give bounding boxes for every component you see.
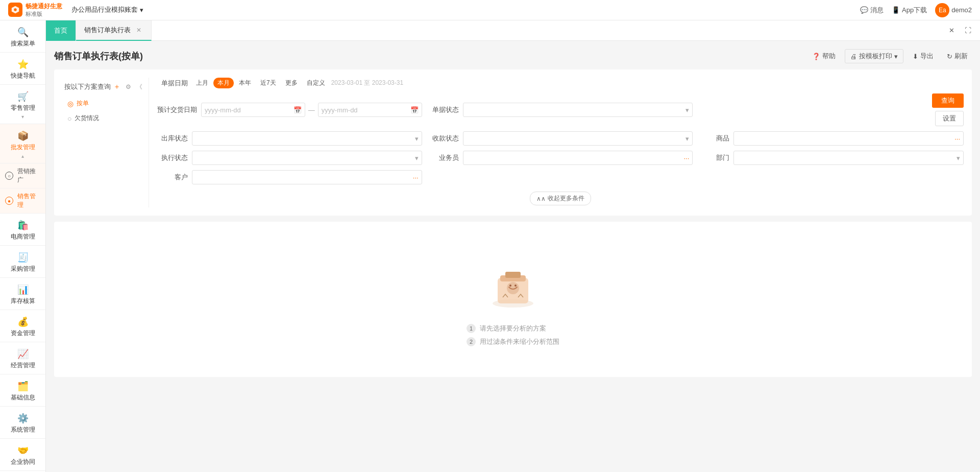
topbar-right: 💬 消息 📱 App下载 Ea demo2: [860, 3, 972, 17]
page-content: 销售订单执行表(按单) ❓ 帮助 🖨 按模板打印 ▾ ⬇ 导出: [46, 41, 980, 472]
payment-status-select[interactable]: ▾: [463, 131, 693, 146]
logo-text: 畅捷通好生意 标准版: [26, 3, 62, 18]
purchase-icon: 🧾: [17, 252, 29, 263]
print-dropdown-icon: ▾: [894, 53, 898, 60]
sidebar-item-inventory[interactable]: 📊 库存核算: [0, 278, 45, 310]
expected-date-end[interactable]: yyyy-mm-dd 📅: [318, 103, 422, 117]
svg-point-6: [509, 285, 511, 287]
export-btn[interactable]: ⬇ 导出: [909, 50, 938, 63]
status-select[interactable]: ▾: [463, 103, 693, 117]
basic-icon: 🗂️: [17, 381, 29, 392]
sidebar-item-basic[interactable]: 🗂️ 基础信息: [0, 374, 45, 407]
dept-field: 部门 ▾: [699, 151, 964, 165]
date-field-label: 单据日期: [157, 79, 188, 88]
message-btn[interactable]: 💬 消息: [860, 6, 884, 15]
expected-date-label: 预计交货日期: [157, 105, 197, 114]
topbar: 畅捷通好生意 标准版 办公用品行业模拟账套 ▾ 💬 消息 📱 App下载 Ea …: [0, 0, 980, 20]
message-icon: 💬: [860, 6, 868, 14]
main-layout: 🔍 搜索菜单 ⭐ 快捷导航 🛒 零售管理 ▾ 📦 批发管理 ▴ ○ 营销推广 ●…: [0, 20, 980, 472]
system-icon: ⚙️: [17, 413, 29, 424]
settings-btn[interactable]: 设置: [935, 111, 964, 126]
plan-item-by-order[interactable]: ◎ 按单: [64, 96, 144, 111]
empty-illustration: [482, 252, 544, 314]
chevron-left-icon: 《: [136, 83, 142, 91]
payment-status-field: 收款状态 ▾: [428, 131, 693, 146]
tab-sales-exec[interactable]: 销售订单执行表 ✕: [76, 20, 152, 41]
empty-state: 1 请先选择要分析的方案 2 用过滤条件来缩小分析范围: [54, 222, 972, 377]
empty-tips: 1 请先选择要分析的方案 2 用过滤条件来缩小分析范围: [467, 324, 559, 346]
shortcut-thismonth[interactable]: 本月: [213, 78, 234, 88]
sidebar-item-marketing[interactable]: ○ 营销推广: [0, 163, 45, 188]
exec-status-select[interactable]: ▾: [192, 151, 422, 165]
sales-exec-tab-label: 销售订单执行表: [84, 26, 131, 35]
sidebar-item-finance[interactable]: 💰 资金管理: [0, 310, 45, 342]
sidebar-item-wholesale[interactable]: 📦 批发管理 ▴: [0, 124, 45, 163]
tabbar-right: ✕ ⛶: [939, 25, 980, 37]
plan-arrears-icon: ○: [67, 114, 71, 123]
maximize-btn[interactable]: ⛶: [962, 25, 974, 37]
page-title: 销售订单执行表(按单): [54, 50, 143, 62]
payment-dropdown-icon: ▾: [685, 135, 689, 143]
plan-header: 按以下方案查询 ＋ ⚙ 《: [64, 80, 144, 96]
plan-add-btn[interactable]: ＋: [112, 82, 122, 92]
goods-select[interactable]: ···: [733, 131, 964, 146]
enterprise-icon: 🤝: [17, 445, 29, 456]
sidebar-item-system[interactable]: ⚙️ 系统管理: [0, 407, 45, 439]
print-icon: 🖨: [850, 53, 857, 60]
refresh-btn[interactable]: ↻ 刷新: [943, 50, 972, 63]
filter-panel: 按以下方案查询 ＋ ⚙ 《: [54, 69, 972, 216]
app-download-btn[interactable]: 📱 App下载: [892, 6, 927, 15]
sidebar-item-retail[interactable]: 🛒 零售管理 ▾: [0, 85, 45, 124]
ecommerce-icon: 🛍️: [17, 220, 29, 231]
maximize-icon: ⛶: [965, 27, 971, 34]
gear-icon: ⚙: [126, 83, 131, 90]
collapse-up-icon: ∧∧: [536, 195, 546, 202]
close-window-btn[interactable]: ✕: [945, 25, 958, 37]
user-area[interactable]: Ea demo2: [935, 3, 972, 17]
date-range-display: 2023-03-01 至 2023-03-31: [331, 79, 403, 87]
dept-select[interactable]: ▾: [733, 151, 964, 165]
help-btn[interactable]: ❓ 帮助: [808, 50, 840, 63]
salesman-more-icon: ···: [683, 154, 689, 162]
shortcut-thisyear[interactable]: 本年: [235, 78, 255, 88]
plan-item-arrears[interactable]: ○ 欠货情况: [64, 111, 144, 126]
sidebar-item-purchase[interactable]: 🧾 采购管理: [0, 246, 45, 278]
customer-select[interactable]: ···: [192, 170, 422, 184]
plan-settings-btn[interactable]: ⚙: [123, 82, 133, 92]
sidebar-item-search[interactable]: 🔍 搜索菜单: [0, 20, 45, 53]
expected-date-start[interactable]: yyyy-mm-dd 📅: [201, 103, 305, 117]
exec-dropdown-icon: ▾: [415, 154, 419, 162]
inventory-icon: 📊: [17, 284, 29, 295]
sidebar-item-quicknav[interactable]: ⭐ 快捷导航: [0, 53, 45, 85]
shortcut-more[interactable]: 更多: [281, 78, 302, 88]
tab-home[interactable]: 首页: [46, 20, 76, 41]
sidebar-item-enterprise[interactable]: 🤝 企业协同: [0, 439, 45, 471]
shortcut-custom[interactable]: 自定义: [303, 78, 329, 88]
payment-status-label: 收款状态: [428, 134, 459, 143]
goods-more-icon: ···: [954, 135, 960, 143]
home-tab-label: 首页: [54, 26, 67, 35]
salesman-select[interactable]: ···: [463, 151, 693, 165]
stock-status-label: 出库状态: [157, 134, 188, 143]
shortcut-lastmonth[interactable]: 上月: [192, 78, 212, 88]
wholesale-arrow-icon: ▴: [21, 153, 24, 159]
sidebar-item-operations[interactable]: 📈 经营管理: [0, 342, 45, 374]
plan-collapse-btn[interactable]: 《: [134, 82, 144, 92]
shortcut-last7days[interactable]: 近7天: [256, 78, 280, 88]
sidebar-item-sales[interactable]: ● 销售管理: [0, 188, 45, 214]
sidebar-item-ecommerce[interactable]: 🛍️ 电商管理: [0, 214, 45, 246]
tab-close-icon[interactable]: ✕: [135, 26, 143, 34]
export-icon: ⬇: [913, 53, 918, 60]
plan-header-actions: ＋ ⚙ 《: [112, 82, 144, 92]
stock-status-select[interactable]: ▾: [192, 131, 422, 146]
content-area: 首页 销售订单执行表 ✕ ✕ ⛶ 销售订单执行表(按单): [46, 20, 980, 472]
app-selector[interactable]: 办公用品行业模拟账套 ▾: [67, 5, 148, 14]
search-icon: 🔍: [17, 27, 29, 38]
query-btn[interactable]: 查询: [932, 93, 964, 108]
print-btn[interactable]: 🖨 按模板打印 ▾: [845, 49, 903, 63]
collapse-row: ∧∧ 收起更多条件: [157, 190, 964, 207]
collapse-btn[interactable]: ∧∧ 收起更多条件: [530, 192, 591, 205]
status-label: 单据状态: [428, 105, 459, 114]
salesman-field: 业务员 ···: [428, 151, 693, 165]
plan-byorder-icon: ◎: [67, 100, 74, 108]
